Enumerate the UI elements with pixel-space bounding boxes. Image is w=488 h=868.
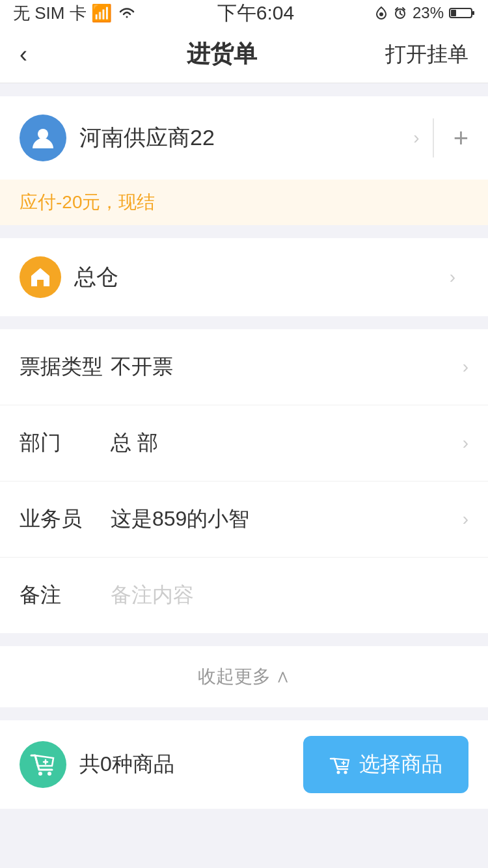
- alarm-icon: [393, 6, 407, 20]
- svg-rect-7: [472, 11, 474, 15]
- supplier-row[interactable]: 河南供应商22 › +: [0, 96, 488, 180]
- svg-point-9: [38, 129, 48, 139]
- product-count: 共0种商品: [79, 750, 303, 779]
- svg-point-15: [344, 771, 347, 774]
- invoice-type-chevron-icon: ›: [463, 357, 468, 377]
- salesperson-value: 这是859的小智: [111, 505, 456, 534]
- select-product-label: 选择商品: [359, 750, 442, 779]
- wifi-icon: [117, 6, 137, 20]
- invoice-type-value: 不开票: [111, 353, 456, 381]
- select-product-button[interactable]: 选择商品: [303, 736, 468, 793]
- status-left: 无 SIM 卡 📶: [13, 2, 137, 25]
- remark-row[interactable]: 备注 备注内容: [0, 558, 488, 633]
- house-icon: [29, 265, 52, 289]
- warehouse-name: 总仓: [74, 262, 450, 292]
- open-pending-button[interactable]: 打开挂单: [385, 40, 468, 69]
- invoice-type-label: 票据类型: [20, 353, 111, 381]
- back-button[interactable]: ‹: [20, 41, 59, 68]
- remark-label: 备注: [20, 581, 111, 610]
- supplier-avatar: [20, 115, 66, 161]
- warehouse-chevron-icon: ›: [450, 267, 455, 288]
- battery-label: 23%: [413, 4, 444, 22]
- department-row[interactable]: 部门 总 部 ›: [0, 405, 488, 481]
- collapse-label: 收起更多 ∧: [198, 664, 291, 689]
- cart-icon-wrap: [20, 741, 66, 788]
- department-value: 总 部: [111, 429, 456, 457]
- form-section: 票据类型 不开票 › 部门 总 部 › 业务员 这是859的小智 › 备注 备注…: [0, 329, 488, 633]
- notice-banner: 应付-20元，现结: [0, 180, 488, 225]
- svg-point-0: [379, 12, 383, 16]
- page-background: [0, 809, 488, 868]
- status-right: 23%: [375, 4, 475, 22]
- svg-point-10: [38, 772, 42, 776]
- department-chevron-icon: ›: [463, 433, 468, 454]
- battery-icon: [449, 7, 475, 20]
- salesperson-chevron-icon: ›: [463, 509, 468, 530]
- svg-rect-8: [451, 10, 456, 16]
- supplier-name: 河南供应商22: [79, 123, 413, 153]
- location-icon: [375, 6, 388, 20]
- cart-icon: [30, 753, 56, 776]
- svg-point-14: [337, 771, 340, 774]
- add-supplier-button[interactable]: +: [454, 125, 468, 151]
- department-label: 部门: [20, 429, 111, 457]
- status-bar: 无 SIM 卡 📶 下午6:04 23%: [0, 0, 488, 26]
- supplier-section: 河南供应商22 › + 应付-20元，现结: [0, 96, 488, 225]
- salesperson-label: 业务员: [20, 505, 111, 534]
- bottom-bar: 共0种商品 选择商品: [0, 720, 488, 809]
- sim-wifi-label: 无 SIM 卡 📶: [13, 2, 112, 25]
- status-time: 下午6:04: [217, 0, 294, 27]
- collapse-button[interactable]: 收起更多 ∧: [0, 646, 488, 707]
- select-product-icon: [329, 755, 351, 774]
- invoice-type-row[interactable]: 票据类型 不开票 ›: [0, 329, 488, 405]
- warehouse-row[interactable]: 总仓 ›: [0, 238, 488, 316]
- svg-point-11: [47, 772, 51, 776]
- warehouse-icon: [20, 256, 61, 298]
- svg-line-3: [400, 14, 402, 15]
- person-icon: [29, 124, 57, 152]
- salesperson-row[interactable]: 业务员 这是859的小智 ›: [0, 481, 488, 558]
- supplier-chevron-icon: ›: [413, 128, 419, 148]
- nav-bar: ‹ 进货单 打开挂单: [0, 26, 488, 83]
- remark-input[interactable]: 备注内容: [111, 581, 468, 610]
- supplier-divider: [433, 118, 434, 157]
- page-title: 进货单: [187, 38, 257, 70]
